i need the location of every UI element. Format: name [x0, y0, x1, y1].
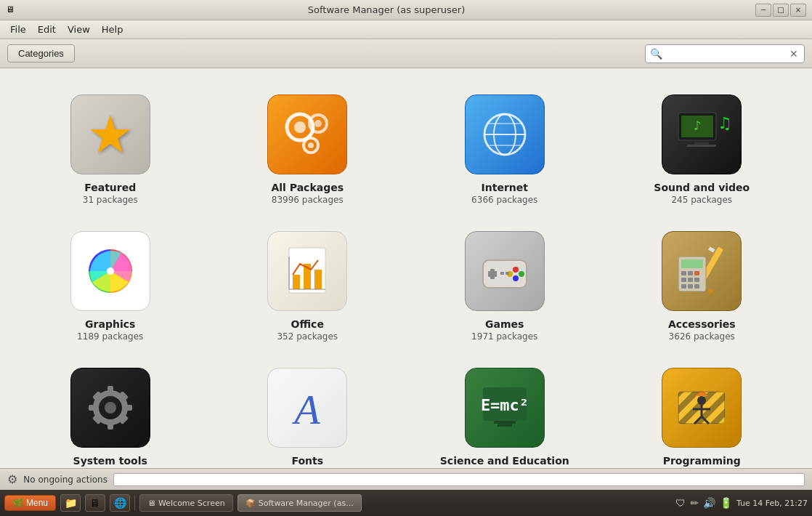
welcome-screen-label: Welcome Screen — [158, 499, 225, 508]
categories-button[interactable]: Categories — [7, 44, 75, 63]
taskbar-browser-button[interactable]: 🌐 — [110, 494, 130, 512]
svg-point-1 — [294, 121, 306, 133]
taskbar-window-welcome[interactable]: 🖥 Welcome Screen — [139, 494, 233, 512]
category-icon-system-tools — [70, 368, 150, 448]
category-item-science[interactable]: E=mc² Science and Education — [409, 356, 601, 468]
category-count-sound-video: 245 packages — [671, 195, 732, 205]
svg-rect-14 — [694, 142, 709, 145]
category-item-sound-video[interactable]: ♪ ♫ Sound and video245 packages — [606, 83, 798, 214]
category-icon-graphics — [70, 231, 150, 311]
tray-battery-icon[interactable]: 🔋 — [720, 497, 732, 509]
svg-rect-39 — [688, 271, 693, 275]
taskbar-separator-1 — [134, 496, 135, 510]
category-name-system-tools: System tools — [73, 455, 147, 467]
category-icon-sound-video: ♪ ♫ — [662, 94, 742, 174]
status-gear-icon: ⚙ — [7, 472, 17, 486]
category-item-system-tools[interactable]: System tools2343 packages — [15, 356, 206, 468]
softman-icon: 📦 — [245, 499, 256, 508]
category-item-accessories[interactable]: Accessories3626 packages — [606, 219, 798, 350]
category-count-games: 1971 packages — [471, 331, 537, 342]
category-name-graphics: Graphics — [85, 318, 135, 330]
category-name-accessories: Accessories — [668, 318, 736, 330]
svg-point-29 — [513, 275, 519, 281]
menu-file[interactable]: File — [4, 22, 32, 37]
category-item-games[interactable]: Games1971 packages — [409, 219, 601, 350]
category-name-internet: Internet — [482, 182, 528, 193]
category-count-featured: 31 packages — [83, 195, 138, 205]
svg-marker-34 — [706, 288, 715, 297]
tray-volume-icon[interactable]: 🔊 — [703, 497, 715, 509]
menu-label: Menu — [26, 498, 48, 508]
category-item-all-packages[interactable]: All Packages83996 packages — [212, 83, 404, 214]
svg-rect-26 — [488, 271, 497, 277]
svg-rect-32 — [506, 272, 509, 275]
progress-bar — [113, 473, 805, 486]
softman-label: Software Manager (as... — [259, 499, 354, 508]
category-count-internet: 6366 packages — [471, 195, 537, 205]
svg-point-27 — [513, 267, 519, 273]
taskbar-window-softman[interactable]: 📦 Software Manager (as... — [237, 494, 362, 512]
category-item-fonts[interactable]: A Fonts384 packages — [212, 356, 404, 468]
svg-rect-51 — [89, 405, 97, 411]
category-name-office: Office — [291, 318, 324, 330]
category-item-featured[interactable]: ★Featured31 packages — [15, 83, 206, 214]
minimize-button[interactable]: − — [755, 4, 771, 17]
category-icon-games — [465, 231, 545, 311]
menu-bar: File Edit View Help — [0, 20, 812, 39]
category-item-internet[interactable]: Internet6366 packages — [409, 83, 601, 214]
category-name-featured: Featured — [84, 182, 136, 193]
category-name-fonts: Fonts — [291, 455, 323, 467]
menu-view[interactable]: View — [62, 22, 96, 37]
categories-grid: ★Featured31 packages All Packages83996 p… — [15, 76, 797, 468]
taskbar-terminal-button[interactable]: 🖥 — [85, 494, 105, 512]
main-content: ★Featured31 packages All Packages83996 p… — [0, 68, 812, 468]
category-icon-fonts: A — [267, 368, 347, 448]
svg-rect-49 — [107, 386, 113, 395]
menu-help[interactable]: Help — [96, 22, 129, 37]
category-item-programming[interactable]: Programming7039 packages — [606, 356, 798, 468]
category-name-all-packages: All Packages — [271, 182, 344, 193]
welcome-screen-icon: 🖥 — [147, 499, 155, 508]
svg-point-28 — [519, 271, 524, 277]
category-icon-accessories — [662, 231, 742, 311]
svg-rect-50 — [107, 421, 113, 430]
close-button[interactable]: × — [790, 4, 806, 17]
taskbar-menu-button[interactable]: 🌿 Menu — [4, 495, 56, 511]
svg-rect-15 — [687, 145, 716, 147]
svg-text:♪: ♪ — [694, 118, 702, 133]
menu-edit[interactable]: Edit — [32, 22, 62, 37]
status-bar: ⚙ No ongoing actions — [0, 468, 812, 490]
taskbar-tray: 🛡 ✏ 🔊 🔋 Tue 14 Feb, 21:27 — [675, 497, 808, 509]
svg-text:♫: ♫ — [718, 114, 731, 132]
status-text: No ongoing actions — [23, 475, 107, 485]
category-icon-science: E=mc² — [465, 368, 545, 448]
app-icon: 🖥 — [6, 4, 17, 16]
svg-rect-46 — [694, 284, 699, 289]
mint-icon: 🌿 — [12, 498, 23, 508]
clear-search-button[interactable]: ✕ — [788, 48, 800, 60]
category-name-games: Games — [485, 318, 524, 330]
svg-rect-42 — [688, 278, 693, 282]
category-item-graphics[interactable]: Graphics1189 packages — [15, 219, 206, 350]
window-controls: − □ × — [755, 4, 806, 17]
taskbar-clock: Tue 14 Feb, 21:27 — [736, 499, 808, 508]
tray-shield-icon[interactable]: 🛡 — [675, 497, 686, 509]
category-item-office[interactable]: Office352 packages — [212, 219, 404, 350]
toolbar: Categories 🔍 ✕ — [0, 39, 812, 68]
svg-rect-61 — [498, 424, 512, 427]
search-input[interactable] — [662, 48, 788, 59]
maximize-button[interactable]: □ — [773, 4, 789, 17]
svg-rect-52 — [123, 405, 132, 411]
svg-point-17 — [107, 267, 114, 275]
category-icon-office — [267, 231, 347, 311]
category-count-all-packages: 83996 packages — [272, 195, 344, 205]
svg-point-48 — [105, 402, 116, 414]
category-name-science: Science and Education — [440, 455, 569, 467]
taskbar-files-button[interactable]: 📁 — [60, 494, 81, 512]
title-bar-left: 🖥 — [6, 4, 17, 16]
tray-edit-icon[interactable]: ✏ — [690, 497, 699, 509]
svg-rect-38 — [681, 271, 686, 275]
search-icon: 🔍 — [650, 48, 662, 60]
category-icon-internet — [465, 94, 545, 174]
svg-rect-60 — [494, 421, 516, 424]
